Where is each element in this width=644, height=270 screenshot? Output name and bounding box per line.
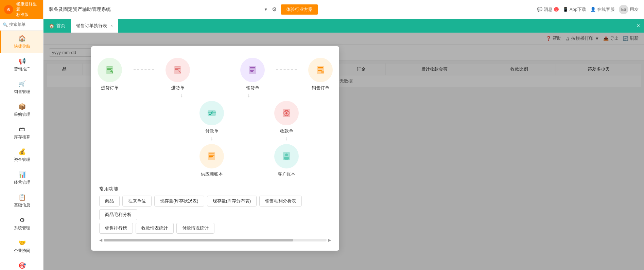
- flow-col-receipt: ¥ 收款单: [263, 101, 310, 134]
- sidebar-icon-system: ⚙: [19, 216, 25, 224]
- sidebar-item-enterprise[interactable]: 🤝 企业协同: [0, 235, 43, 258]
- va2-spacer2: [168, 135, 188, 142]
- svg-rect-29: [209, 155, 214, 156]
- sidebar-icon-inventory: 🗃: [19, 126, 25, 133]
- common-functions-title: 常用功能: [99, 186, 331, 192]
- flow-col-supplier-ledger: 供应商账本: [188, 144, 236, 177]
- va2-receipt: ↓: [263, 135, 310, 142]
- top-bar: 装备及固定资产辅助管理系统 ▼ ⚙ 体验行业方案 💬 消息 5 📱 App下载 …: [43, 0, 644, 19]
- va-spacer4: [270, 92, 289, 99]
- search-label: 搜索菜单: [9, 22, 25, 28]
- flow-item-sales-invoice[interactable]: 销货单: [229, 58, 276, 91]
- tab-sales-order[interactable]: 销售订单执行表 ×: [71, 19, 118, 33]
- svg-text:¥: ¥: [285, 110, 288, 115]
- flow-item-customer-ledger[interactable]: 客户账本: [263, 144, 310, 177]
- content-area: ❓ 帮助 🖨 按模板打印 ▼ 📤 导出 🔄 刷新: [43, 33, 644, 270]
- btn-payment-stats[interactable]: 付款情况统计: [176, 223, 214, 234]
- system-title: 装备及固定资产辅助管理系统: [49, 6, 260, 13]
- btn-stock-dist[interactable]: 现存量(库存分布表): [207, 196, 257, 206]
- user-btn[interactable]: Ea 用友: [619, 5, 639, 14]
- btn-sales-profit[interactable]: 销售毛利分析表: [259, 196, 302, 206]
- btn-partner[interactable]: 往来单位: [122, 196, 152, 206]
- btn-receipt-stats[interactable]: 收款情况统计: [136, 223, 174, 234]
- flow-item-purchase-receipt[interactable]: 进货单: [154, 58, 202, 91]
- sidebar-icon-finance: 💰: [18, 148, 26, 156]
- sidebar-icon-quick-nav: 🏠: [18, 35, 26, 42]
- sidebar-item-system[interactable]: ⚙ 系统管理: [0, 212, 43, 235]
- sidebar-item-finance[interactable]: 💰 资金管理: [0, 144, 43, 167]
- arrow-so-si: [276, 69, 297, 79]
- btn-product-profit[interactable]: 商品毛利分析: [99, 209, 137, 220]
- sidebar-item-inventory[interactable]: 🗃 库存核算: [0, 122, 43, 144]
- btn-stock-status[interactable]: 现存量(库存状况表): [154, 196, 204, 206]
- flow-col-purchase-order: 进货订单: [86, 58, 134, 91]
- btn-product[interactable]: 商品: [99, 196, 120, 206]
- message-btn[interactable]: 💬 消息 5: [537, 6, 559, 13]
- sidebar-icon-purchase: 📦: [18, 103, 26, 110]
- flow-row-3: 供应商账本: [120, 144, 310, 177]
- svg-point-19: [321, 71, 324, 73]
- flow-col-sales-order: 销售订单: [297, 58, 344, 91]
- modal-dialog: 进货订单: [91, 46, 339, 251]
- app-icon: 📱: [563, 7, 568, 12]
- flow-item-payment[interactable]: ¥ 付款单: [188, 101, 236, 134]
- settings-icon[interactable]: ⚙: [272, 6, 277, 13]
- sidebar-item-basic-info[interactable]: 📋 基础信息: [0, 190, 43, 212]
- dropdown-icon[interactable]: ▼: [264, 7, 268, 12]
- flow-item-purchase-order[interactable]: 进货订单: [86, 58, 134, 91]
- flow-item-supplier-ledger[interactable]: 供应商账本: [188, 144, 236, 177]
- flow-item-sales-order[interactable]: 销售订单: [297, 58, 344, 91]
- sidebar-label-enterprise: 企业协同: [14, 248, 30, 254]
- svg-rect-17: [318, 69, 323, 69]
- sidebar-label-purchase: 采购管理: [14, 112, 30, 118]
- scrollbar-thumb[interactable]: [104, 239, 293, 241]
- tab-home[interactable]: 🏠 首页: [43, 19, 71, 33]
- sales-invoice-label: 销货单: [246, 85, 259, 91]
- app-download-btn[interactable]: 📱 App下载: [563, 6, 586, 13]
- sidebar-item-newbie[interactable]: 🎯 新手引导: [0, 258, 43, 270]
- scroll-left-icon[interactable]: ◀: [99, 238, 102, 242]
- service-icon: 👤: [590, 7, 596, 12]
- sidebar-nav: 🏠 快捷导航 📢 营销推广 🛒 销售管理 📦 采购管理 🗃 库存核算 💰: [0, 31, 43, 270]
- sidebar-icon-enterprise: 🤝: [18, 239, 26, 247]
- sidebar-item-operations[interactable]: 📊 经营管理: [0, 167, 43, 190]
- purchase-order-label: 进货订单: [101, 85, 119, 91]
- va-pr: ↓: [160, 92, 203, 99]
- flow-col-purchase-receipt: 进货单: [154, 58, 202, 91]
- purchase-order-circle: [98, 58, 122, 82]
- sidebar-label-sales: 销售管理: [14, 89, 30, 95]
- common-functions: 常用功能 商品 往来单位 现存量(库存状况表) 现存量(库存分布表) 销售毛利分…: [99, 186, 331, 234]
- experience-btn[interactable]: 体验行业方案: [281, 4, 318, 15]
- svg-rect-4: [107, 68, 112, 69]
- payment-circle: ¥: [199, 101, 224, 125]
- sidebar-label-operations: 经营管理: [14, 180, 30, 185]
- sidebar-logo: 6 畅康通好生意 标准版: [0, 0, 43, 19]
- svg-rect-11: [250, 67, 255, 68]
- scrollbar-track: [104, 239, 327, 241]
- sidebar-label-quick-nav: 快捷导航: [14, 43, 30, 49]
- svg-rect-31: [209, 158, 212, 158]
- receipt-circle: ¥: [274, 101, 299, 125]
- sidebar-item-quick-nav[interactable]: 🏠 快捷导航: [0, 31, 43, 53]
- customer-ledger-circle: [274, 144, 299, 168]
- va2-spacer1: [120, 135, 168, 142]
- svg-text:¥: ¥: [211, 111, 213, 115]
- online-service-btn[interactable]: 👤 在线客服: [590, 6, 615, 13]
- sidebar-item-purchase[interactable]: 📦 采购管理: [0, 99, 43, 122]
- svg-text:6: 6: [7, 7, 10, 12]
- scroll-right-icon[interactable]: ▶: [328, 238, 331, 242]
- btn-sales-rank[interactable]: 销售排行榜: [99, 223, 133, 234]
- sidebar-item-sales[interactable]: 🛒 销售管理: [0, 76, 43, 99]
- sidebar-label-basic-info: 基础信息: [14, 202, 30, 208]
- vertical-arrows-row2: ↓ ↓: [99, 135, 331, 142]
- svg-rect-34: [284, 157, 289, 160]
- sidebar-item-marketing[interactable]: 📢 营销推广: [0, 53, 43, 76]
- va-spacer5: [288, 92, 331, 99]
- tab-bar-close-btn[interactable]: ×: [637, 23, 640, 29]
- flow-item-receipt[interactable]: ¥ 收款单: [263, 101, 310, 134]
- tab-close-icon[interactable]: ×: [110, 23, 113, 28]
- modal-overlay[interactable]: 进货订单: [43, 33, 644, 270]
- svg-rect-28: [209, 154, 214, 154]
- vertical-arrows-row: ↓ ↓: [99, 92, 331, 99]
- sidebar-search[interactable]: 🔍 搜索菜单: [0, 19, 43, 31]
